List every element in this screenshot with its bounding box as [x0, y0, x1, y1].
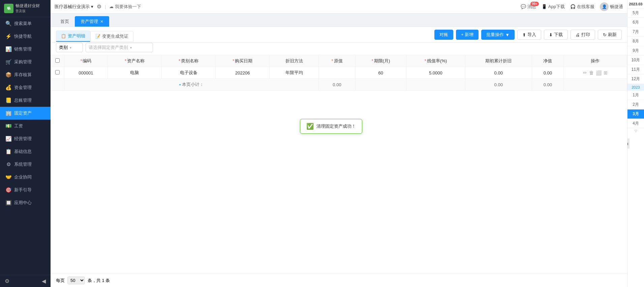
export-button[interactable]: ⬆ 导入 [517, 30, 541, 40]
content-area: 📋 资产明细 📝 变更生成凭证 对账 + 新增 批量操作 ▼ ⬆ 导入 [51, 27, 627, 287]
cal-month-9[interactable]: 9月 [627, 46, 644, 56]
cal-year-2023[interactable]: 2023 [627, 84, 644, 91]
category-type-arrow: ▾ [70, 46, 71, 50]
online-service-button[interactable]: 🎧 在线客服 [570, 4, 594, 10]
main-area: 医疗器械行业演示 ▾ ⚙ | ☁ 我要体验一下 💬 消息 99+ 📱 App下载… [51, 0, 627, 287]
print-button[interactable]: 🖨 打印 [571, 30, 595, 40]
tab-close-icon[interactable]: ✕ [100, 19, 103, 24]
sidebar-item-finance[interactable]: 💰 资金管理 [0, 81, 51, 94]
sidebar-item-ledger[interactable]: 📒 总账管理 [0, 94, 51, 107]
cal-month-2[interactable]: 2月 [627, 100, 644, 109]
sidebar-item-salary[interactable]: 💵 工资 [0, 120, 51, 132]
subtotal-net-value: 0.00 [532, 79, 563, 91]
sidebar-item-basic-info[interactable]: 📋 基础信息 [0, 145, 51, 158]
category-value-select[interactable]: 请选择固定资产类别 ▾ [86, 43, 153, 52]
tab-home[interactable]: 首页 [55, 16, 75, 27]
sidebar-item-app-center[interactable]: 🔲 应用中心 [0, 196, 51, 209]
cal-month-5[interactable]: 5月 [627, 8, 644, 18]
sidebar-item-guide[interactable]: 🎯 新手引导 [0, 184, 51, 196]
app-center-icon: 🔲 [5, 200, 11, 206]
edit-icon[interactable]: ✏ [583, 70, 587, 75]
right-panel: ◀ 2023.03 5月 6月 7月 8月 9月 10月 11月 12月 202… [627, 0, 644, 287]
col-checkbox [51, 55, 64, 67]
right-panel-toggle[interactable]: ◀ [627, 138, 630, 149]
col-name: *资产名称 [108, 55, 161, 67]
sidebar-item-search[interactable]: 🔍 搜索菜单 [0, 17, 51, 30]
collapse-icon[interactable]: ◀ [42, 278, 46, 284]
sidebar-item-purchase[interactable]: 🛒 采购管理 [0, 56, 51, 68]
pagination: 每页 50 100 200 条，共 1 条 [51, 274, 627, 287]
select-all-checkbox[interactable] [55, 58, 60, 63]
subtabs: 📋 资产明细 📝 变更生成凭证 [56, 31, 133, 42]
sidebar-item-sales[interactable]: 📊 销售管理 [0, 43, 51, 56]
col-actions: 操作 [563, 55, 627, 67]
company-dropdown-icon: ▾ [91, 4, 93, 9]
cal-month-1[interactable]: 1月 [627, 91, 644, 100]
cart-icon: 🛒 [5, 59, 11, 65]
cal-month-7[interactable]: 7月 [627, 27, 644, 37]
tab-asset-management[interactable]: 资产管理 ✕ [75, 16, 109, 27]
success-checkmark-icon: ✅ [306, 123, 314, 130]
delete-icon[interactable]: 🗑 [589, 70, 594, 75]
download-button[interactable]: ⬇ 下载 [544, 30, 568, 40]
subtotal-actions-empty [563, 79, 627, 91]
user-profile-button[interactable]: 👤 畅捷通 [600, 2, 623, 11]
category-type-select[interactable]: 类别 ▾ [56, 43, 83, 52]
search-icon: 🔍 [5, 21, 11, 27]
col-depreciation-method: 折旧方法 [270, 55, 319, 67]
cal-month-12[interactable]: 12月 [627, 74, 644, 84]
subtotal-initial-depreciation: 0.00 [465, 79, 532, 91]
experience-button[interactable]: ☁ 我要体验一下 [109, 4, 141, 10]
copy-icon[interactable]: ⬜ [596, 70, 602, 75]
more-icon[interactable]: ⊞ [604, 70, 608, 75]
box-icon: 📦 [5, 72, 11, 78]
subtab-change-voucher[interactable]: 📝 变更生成凭证 [90, 31, 133, 42]
avatar: 👤 [600, 2, 609, 11]
sidebar-item-quick-nav[interactable]: ⚡ 快捷导航 [0, 30, 51, 43]
experience-icon: ☁ [109, 4, 114, 9]
cal-month-10[interactable]: 10月 [627, 56, 644, 65]
settings-bottom-icon[interactable]: ⚙ [5, 278, 9, 284]
calendar-header: 2023.03 [627, 0, 644, 8]
message-icon: 💬 [521, 4, 526, 9]
topbar-settings-icon[interactable]: ⚙ [97, 3, 101, 10]
cal-month-11[interactable]: 11月 [627, 65, 644, 74]
cal-month-4[interactable]: 4月 [627, 119, 644, 128]
app-download-label: App下载 [548, 4, 565, 10]
sidebar-item-fixed-assets[interactable]: 🏢 固定资产 [0, 107, 51, 120]
refresh-label: 刷新 [608, 32, 617, 38]
tab-asset-label: 资产管理 [81, 19, 98, 25]
sidebar-item-system[interactable]: ⚙ 系统管理 [0, 158, 51, 171]
guide-icon: 🎯 [5, 187, 11, 193]
subtotal-label: ▪ 本页小计： [64, 79, 319, 91]
refresh-button[interactable]: ↻ 刷新 [598, 30, 622, 40]
app-download-button[interactable]: 📱 App下载 [542, 4, 565, 10]
topbar-right: 💬 消息 99+ 📱 App下载 🎧 在线客服 👤 畅捷通 [521, 2, 623, 11]
sidebar-item-operations[interactable]: 📈 经营管理 [0, 132, 51, 145]
messages-button[interactable]: 💬 消息 99+ [521, 4, 536, 10]
logo-icon: 畅 [4, 4, 13, 13]
sidebar-nav: 🔍 搜索菜单 ⚡ 快捷导航 📊 销售管理 🛒 采购管理 📦 库存核算 💰 资金管… [0, 17, 51, 275]
company-selector[interactable]: 医疗器械行业演示 ▾ [55, 4, 93, 10]
batch-button[interactable]: 批量操作 ▼ [481, 30, 515, 40]
row-checkbox[interactable] [55, 70, 60, 74]
reconcile-button[interactable]: 对账 [434, 30, 453, 40]
row-actions: ✏ 🗑 ⬜ ⊞ [567, 70, 623, 75]
sidebar-item-enterprise[interactable]: 🤝 企业协同 [0, 171, 51, 184]
per-page-select[interactable]: 50 100 200 [67, 277, 85, 284]
download-label: 下载 [554, 32, 563, 38]
new-button[interactable]: + 新增 [456, 30, 479, 40]
subtab-change-label: 变更生成凭证 [102, 33, 128, 39]
calendar-expand-icon[interactable]: ▽ [634, 128, 638, 133]
success-toast: ✅ 清理固定资产成功！ [300, 119, 362, 134]
cal-month-6[interactable]: 6月 [627, 18, 644, 27]
subtab-asset-detail[interactable]: 📋 资产明细 [56, 31, 90, 42]
export-icon: ⬆ [522, 32, 526, 37]
export-label: 导入 [527, 32, 536, 38]
sidebar-bottom: ⚙ ◀ [0, 275, 51, 287]
subtotal-row: ▪ 本页小计： 0.00 0.00 0.00 [51, 79, 627, 91]
cal-month-8[interactable]: 8月 [627, 37, 644, 46]
enterprise-icon: 🤝 [5, 174, 11, 180]
cal-month-3-current[interactable]: 3月 [627, 109, 644, 119]
sidebar-item-inventory[interactable]: 📦 库存核算 [0, 68, 51, 81]
